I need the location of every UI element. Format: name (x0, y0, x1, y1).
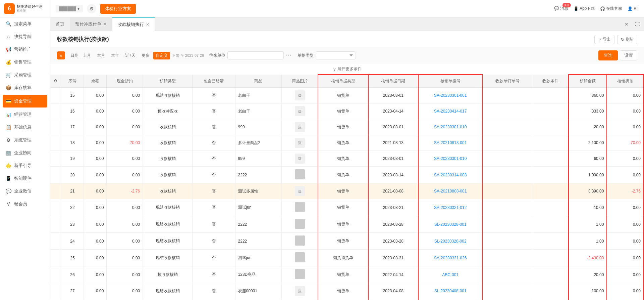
cell-writeoffdisc: 0.00 (607, 283, 644, 299)
user-icon: 👤 (628, 6, 633, 11)
settings-icon-btn[interactable]: ⚙ (87, 4, 96, 13)
cell-docno[interactable]: SA-20210813-001 (418, 135, 482, 151)
logo-icon: 6 (4, 3, 15, 14)
tab-receipt-close[interactable]: ✕ (146, 23, 149, 27)
col-header-writeoffamount: 核销金额 (569, 75, 607, 88)
cell-docno[interactable]: SL-20230418-001 (418, 299, 482, 300)
cell-docno[interactable]: SA-20230331-026 (418, 250, 482, 266)
cell-writeoffamount: 3,390.00 (569, 183, 607, 199)
docno-link[interactable]: SL-20230328-002 (434, 239, 467, 244)
sidebar-item-operations[interactable]: 📊 经营管理 (0, 108, 50, 121)
cell-gear (50, 199, 61, 216)
sidebar-item-corp[interactable]: 🏢 企业协同 (0, 146, 50, 159)
cell-docno[interactable]: SA-20210808-001 (418, 183, 482, 199)
app-label: App下载 (580, 6, 595, 11)
sidebar-item-guide[interactable]: 🌟 新手引导 (0, 159, 50, 172)
cell-docdate: 2023-03-21 (368, 199, 418, 216)
sidebar-item-inventory[interactable]: 📦 库存核算 (0, 81, 50, 94)
sidebar-item-baseinfo[interactable]: 📋 基础信息 (0, 121, 50, 134)
cell-rowno: 15 (61, 88, 84, 103)
tab-home[interactable]: 首页 (50, 17, 70, 31)
col-header-gear[interactable]: ⚙ (50, 75, 61, 88)
tab-bar-right: ✕ ⛶ (623, 20, 644, 28)
cell-docdate: 2021-08-13 (368, 135, 418, 151)
table-row: 20 0.00 0.00 收款核销 否 2222 销货单 2023-03-14 … (50, 167, 644, 183)
chevron-down-icon: ▾ (77, 6, 79, 11)
partner-input[interactable] (227, 51, 284, 59)
user-avatar[interactable]: 👤 Rit (628, 6, 639, 11)
company-selector[interactable]: ██████ ▾ (56, 5, 83, 12)
docno-link[interactable]: SA-20230314-008 (434, 173, 467, 177)
docno-link[interactable]: SA-20210813-001 (434, 140, 467, 145)
docno-link[interactable]: SL-20230408-001 (434, 289, 467, 293)
cell-docno[interactable]: SL-20230408-001 (418, 283, 482, 299)
cell-docno[interactable]: SA-20230301-010 (418, 119, 482, 135)
message-badge: 99+ (562, 3, 571, 7)
sidebar-item-system[interactable]: ⚙ 系统管理 (0, 134, 50, 146)
docno-link[interactable]: SA-20230331-026 (434, 256, 467, 260)
sidebar-item-wechat[interactable]: 💬 企业微信 (0, 185, 50, 198)
docno-link[interactable]: ABC-001 (442, 272, 459, 277)
cell-writeoffdisc: 0.00 (607, 88, 644, 103)
message-btn[interactable]: 💬 消息 99+ (554, 6, 568, 11)
date-btn-7days[interactable]: 近7天 (123, 52, 138, 59)
sidebar-item-sales[interactable]: 💰 销售管理 (0, 56, 50, 69)
date-btn-thismonth[interactable]: 本月 (95, 52, 107, 59)
docno-link[interactable]: SA-20230301-010 (434, 125, 467, 129)
tab-prepay[interactable]: 预付冲应付单 ✕ (70, 17, 112, 31)
product-image (295, 235, 305, 246)
cell-product: 衣服00001 (235, 283, 282, 299)
filter-toggle-btn[interactable]: » (57, 51, 65, 59)
tab-prepay-close[interactable]: ✕ (103, 22, 107, 26)
tab-receipt[interactable]: 收款核销执行 ✕ (112, 17, 155, 31)
cell-cashdisc: 0.00 (107, 216, 143, 233)
cell-cashdisc: 0.00 (107, 299, 143, 300)
docno-link[interactable]: SA-20230301-010 (434, 156, 467, 161)
sidebar-item-quicknav[interactable]: ⌂ 快捷导航 (0, 30, 50, 43)
cell-docno[interactable]: SA-20230301-010 (418, 151, 482, 167)
cell-docno[interactable]: SA-20230314-008 (418, 167, 482, 183)
sidebar-item-label-baseinfo: 基础信息 (14, 124, 32, 130)
docno-link[interactable]: SL-20230328-001 (434, 222, 467, 227)
sidebar-item-marketing[interactable]: 📢 营销推广 (0, 43, 50, 56)
cell-receiptcondition (532, 103, 569, 119)
date-btn-more[interactable]: 更多 (139, 52, 152, 59)
cell-writeofftype: 收款核销 (143, 119, 193, 135)
refresh-btn[interactable]: ↻ 刷新 (617, 35, 637, 44)
sidebar-item-label-guide: 新手引导 (14, 163, 32, 169)
export-btn[interactable]: ↗ 导出 (594, 35, 614, 44)
date-btn-custom[interactable]: 自定义 (153, 52, 170, 59)
docno-link[interactable]: SA-20230301-001 (434, 93, 467, 98)
cell-docno[interactable]: SL-20230328-001 (418, 216, 482, 233)
sidebar-item-hardware[interactable]: 📱 智能硬件 (0, 172, 50, 185)
cell-productimg (282, 299, 318, 300)
sidebar-item-purchase[interactable]: 🛒 采购管理 (0, 69, 50, 81)
cell-docno[interactable]: SA-20230301-001 (418, 88, 482, 103)
expand-conditions-btn[interactable]: ∨ 展开更多条件 (333, 66, 362, 72)
cell-included: 否 (192, 167, 235, 183)
online-service-btn[interactable]: 🎧 在线客服 (600, 6, 622, 11)
cell-gear (50, 266, 61, 283)
docno-link[interactable]: SA-20210808-001 (434, 189, 467, 194)
doctype-select[interactable] (316, 51, 356, 59)
cell-docno[interactable]: SA-20230414-017 (418, 103, 482, 119)
query-btn[interactable]: 查询 (598, 50, 618, 60)
sidebar-item-member[interactable]: V 畅会员 (0, 198, 50, 210)
docno-link[interactable]: SA-20230414-017 (434, 109, 467, 114)
cell-docno[interactable]: SL-20230328-002 (418, 233, 482, 250)
tab-close-btn[interactable]: ✕ (623, 20, 631, 28)
docno-link[interactable]: SA-20230321-012 (434, 205, 467, 210)
industry-solution-btn[interactable]: 体验行业方案 (100, 4, 136, 14)
tab-expand-btn[interactable]: ⛶ (633, 20, 641, 28)
cell-docno[interactable]: SA-20230321-012 (418, 199, 482, 216)
cell-docno[interactable]: ABC-001 (418, 266, 482, 283)
sidebar-item-search[interactable]: 🔍 搜索菜单 (0, 17, 50, 30)
app-download-btn[interactable]: 📱 App下载 (574, 6, 595, 11)
settings-set-btn[interactable]: 设置 (620, 50, 637, 60)
date-btn-thisyear[interactable]: 本年 (109, 52, 121, 59)
inventory-icon: 📦 (5, 85, 11, 91)
date-btn-lastmonth[interactable]: 上月 (80, 52, 93, 59)
system-icon: ⚙ (5, 137, 11, 143)
sidebar-item-finance[interactable]: 💳 资金管理 (3, 95, 47, 108)
cell-rowno: 24 (61, 233, 84, 250)
